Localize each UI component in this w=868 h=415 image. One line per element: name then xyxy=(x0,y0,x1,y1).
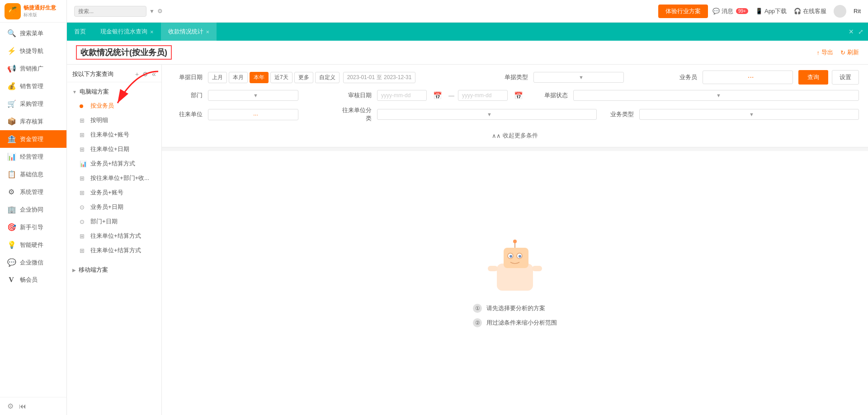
customer-category-select[interactable]: ▼ xyxy=(377,109,597,120)
scheme-item-unit-settlement2[interactable]: ⊞ 往来单位+结算方式 xyxy=(67,243,161,258)
audit-end-input[interactable]: yyyy-mm-dd xyxy=(458,90,508,101)
scheme-category-desktop[interactable]: ▼ 电脑端方案 xyxy=(67,85,161,99)
sidebar-item-purchase[interactable]: 🛒 采购管理 xyxy=(0,95,66,113)
user-name[interactable]: Rit xyxy=(854,8,861,14)
scheme-item-by-staff[interactable]: 按业务员 xyxy=(67,99,161,113)
sidebar-item-wechat[interactable]: 💬 企业微信 xyxy=(0,254,66,271)
customer-input[interactable]: ··· xyxy=(208,109,298,120)
tab-collection-close[interactable]: × xyxy=(206,28,210,35)
sidebar-item-marketing[interactable]: 📢 营销推广 xyxy=(0,60,66,77)
sidebar-item-operations[interactable]: 📊 经营管理 xyxy=(0,148,66,165)
date-btn-7days[interactable]: 近7天 xyxy=(270,72,292,83)
dept-select[interactable]: ▼ xyxy=(208,90,298,101)
left-panel-collapse-icon[interactable]: « xyxy=(152,70,156,78)
doc-type-select[interactable]: ▼ xyxy=(533,72,624,83)
wechat-icon: 💬 xyxy=(7,258,15,267)
date-btn-custom[interactable]: 自定义 xyxy=(315,72,340,83)
scheme-category-mobile[interactable]: ▶ 移动端方案 xyxy=(67,263,161,277)
operations-icon: 📊 xyxy=(7,152,15,161)
date-btn-last-month[interactable]: 上月 xyxy=(208,72,227,83)
customer-more-icon[interactable]: ··· xyxy=(253,111,294,118)
right-panel: 单据日期 上月 本月 本年 近7天 更多 自定义 2023- xyxy=(162,65,868,415)
audit-start-input[interactable]: yyyy-mm-dd xyxy=(377,90,427,101)
doc-status-select[interactable]: ▼ xyxy=(573,90,859,101)
staff-select[interactable]: ··· xyxy=(703,71,793,84)
tab-close-all-icon[interactable]: × xyxy=(849,27,854,37)
empty-state-area: ① 请先选择要分析的方案 ② 用过滤条件来缩小分析范围 xyxy=(162,151,868,415)
query-actions: 查询 设置 xyxy=(798,70,859,85)
scheme-item-dept-date[interactable]: ⊙ 部门+日期 xyxy=(67,214,161,229)
app-download-button[interactable]: 📱 App下载 xyxy=(755,7,787,15)
left-panel-settings-icon[interactable]: ⚙ xyxy=(142,71,148,78)
scheme-item-unit-dept[interactable]: ⊞ 按往来单位+部门+收... xyxy=(67,171,161,185)
sidebar-item-enterprise[interactable]: 🏢 企业协同 xyxy=(0,201,66,218)
user-avatar[interactable] xyxy=(834,5,846,18)
empty-state-content: ① 请先选择要分析的方案 ② 用过滤条件来缩小分析范围 xyxy=(473,239,557,327)
sidebar-item-inventory[interactable]: 📦 库存核算 xyxy=(0,113,66,130)
date-btn-this-month[interactable]: 本月 xyxy=(229,72,248,83)
breadcrumb-settings-icon[interactable]: ⚙ xyxy=(157,8,163,14)
tab-bank-flow-close[interactable]: × xyxy=(150,28,154,35)
tab-controls: × ⤢ xyxy=(844,23,868,41)
dept-control: ▼ xyxy=(208,90,335,101)
scheme-item-by-detail[interactable]: ⊞ 按明细 xyxy=(67,113,161,127)
breadcrumb-dropdown-icon[interactable]: ▼ xyxy=(149,8,155,14)
sidebar-item-smart-hw[interactable]: 💡 智能硬件 xyxy=(0,236,66,254)
business-type-select[interactable]: ▼ xyxy=(639,109,859,120)
export-button[interactable]: ↑ 导出 xyxy=(817,48,834,57)
sidebar-item-member[interactable]: V 畅会员 xyxy=(0,271,66,288)
customer-category-control: ▼ xyxy=(377,109,597,120)
date-btn-more[interactable]: 更多 xyxy=(294,72,313,83)
tab-home[interactable]: 首页 xyxy=(67,23,93,41)
trial-button[interactable]: 体验行业方案 xyxy=(658,5,708,18)
settings-button[interactable]: 设置 xyxy=(832,70,859,85)
scheme-item-unit-settlement1[interactable]: ⊞ 往来单位+结算方式 xyxy=(67,229,161,243)
export-icon: ↑ xyxy=(817,49,820,56)
sidebar-item-basic-info[interactable]: 📋 基础信息 xyxy=(0,165,66,183)
dept-dropdown-icon: ▼ xyxy=(253,93,294,98)
scheme-item-staff-settlement[interactable]: 📊 业务员+结算方式 xyxy=(67,156,161,171)
scheme-item-unit-date[interactable]: ⊞ 往来单位+日期 xyxy=(67,142,161,156)
scheme-item-staff-date[interactable]: ⊙ 业务员+日期 xyxy=(67,200,161,214)
scheme-item-staff-account[interactable]: ⊞ 业务员+账号 xyxy=(67,185,161,200)
sidebar-nav: 🔍 搜索菜单 ⚡ 快捷导航 📢 营销推广 💰 销售管理 🛒 采购管理 📦 库存核… xyxy=(0,23,66,397)
query-button[interactable]: 查询 xyxy=(798,70,828,85)
tab-maximize-icon[interactable]: ⤢ xyxy=(858,28,863,35)
date-btn-this-year[interactable]: 本年 xyxy=(250,72,269,83)
breadcrumb-input[interactable] xyxy=(74,6,146,17)
sidebar-item-sales[interactable]: 💰 销售管理 xyxy=(0,77,66,95)
scheme-section-desktop: ▼ 电脑端方案 按业务员 ⊞ 按明细 ⊞ xyxy=(67,82,161,260)
robot-svg xyxy=(483,239,547,293)
sidebar-item-system[interactable]: ⚙ 系统管理 xyxy=(0,183,66,201)
collapse-more-btn[interactable]: ∧∧ 收起更多条件 xyxy=(171,128,859,141)
sidebar-item-guide[interactable]: 🎯 新手引导 xyxy=(0,218,66,236)
online-service-button[interactable]: 🎧 在线客服 xyxy=(794,7,826,15)
messages-icon: 💬 xyxy=(712,8,720,14)
scheme-item-unit-account[interactable]: ⊞ 往来单位+账号 xyxy=(67,127,161,142)
left-panel-add-icon[interactable]: + xyxy=(135,71,139,78)
tab-bank-flow[interactable]: 现金银行流水查询 × xyxy=(93,23,161,41)
page-header: 收款情况统计(按业务员) ↑ 导出 ↻ 刷新 xyxy=(67,41,868,65)
desktop-toggle-icon: ▼ xyxy=(72,90,77,94)
unit-settlement1-icon: ⊞ xyxy=(80,233,87,240)
audit-date-calendar-icon-2[interactable]: 📅 xyxy=(511,91,526,100)
staff-more-icon[interactable]: ··· xyxy=(748,73,789,81)
sidebar-item-quick-nav[interactable]: ⚡ 快捷导航 xyxy=(0,42,66,60)
settings-bottom-icon[interactable]: ⚙ xyxy=(7,402,14,410)
left-panel: 按以下方案查询 + ⚙ « ▼ 电脑端方案 xyxy=(67,65,162,415)
sidebar-item-search-menu[interactable]: 🔍 搜索菜单 xyxy=(0,24,66,42)
refresh-button[interactable]: ↻ 刷新 xyxy=(840,48,859,57)
mobile-toggle-icon: ▶ xyxy=(72,268,76,273)
svg-point-5 xyxy=(519,255,521,258)
customer-control: ··· xyxy=(208,109,335,120)
sidebar-item-finance[interactable]: 🏦 资金管理 xyxy=(0,130,66,148)
audit-date-calendar-icon-1[interactable]: 📅 xyxy=(430,91,445,100)
tab-collection-stats[interactable]: 收款情况统计 × xyxy=(161,23,217,41)
marketing-icon: 📢 xyxy=(7,64,15,73)
page-content: 收款情况统计(按业务员) ↑ 导出 ↻ 刷新 按以下方案查询 + xyxy=(67,41,868,415)
business-type-control: ▼ xyxy=(639,109,859,120)
tab-bar: 首页 现金银行流水查询 × 收款情况统计 × × ⤢ xyxy=(67,23,868,41)
messages-button[interactable]: 💬 消息 99+ xyxy=(712,7,748,15)
collapse-sidebar-icon[interactable]: ⏮ xyxy=(19,402,26,410)
svg-point-9 xyxy=(513,240,517,243)
